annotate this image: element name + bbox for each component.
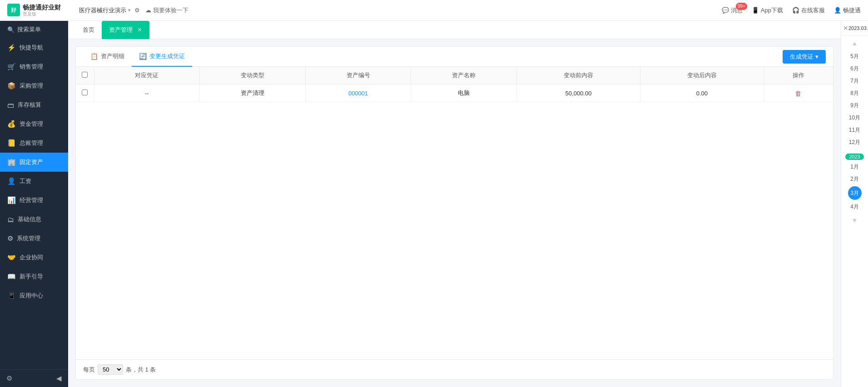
tab-asset-detail[interactable]: 📋 资产明细 <box>83 47 132 67</box>
enterprise-icon: 🤝 <box>7 253 16 262</box>
close-tab-icon[interactable]: ✕ <box>137 26 142 33</box>
message-badge: 99+ <box>736 3 747 10</box>
month-2023-1[interactable]: 1月 <box>841 161 868 173</box>
month-8[interactable]: 8月 <box>841 87 868 99</box>
month-2023-2[interactable]: 2月 <box>841 173 868 185</box>
asset-detail-icon: 📋 <box>90 46 98 66</box>
month-6[interactable]: 6月 <box>841 63 868 75</box>
cell-action: 🗑 <box>764 84 833 102</box>
sidebar-item-sales[interactable]: 🛒 销售管理 <box>0 57 68 76</box>
sidebar-item-enterprise[interactable]: 🤝 企业协同 <box>0 248 68 267</box>
main-layout: 🔍 搜索菜单 ⚡ 快捷导航 🛒 销售管理 📦 采购管理 🗃 库存核算 💰 资金管… <box>0 21 868 387</box>
date-scroll-area[interactable]: ▲ 5月 6月 7月 8月 9月 10月 11月 12月 2023 1月 2月 … <box>841 36 868 387</box>
year-2023-badge[interactable]: 2023 <box>845 154 863 160</box>
year-section-prev: 5月 6月 7月 8月 9月 10月 11月 12月 <box>841 49 868 150</box>
basic-info-icon: 🗂 <box>7 216 14 223</box>
sidebar-collapse-icon[interactable]: ◀ <box>56 374 62 382</box>
row-checkbox-cell <box>76 84 94 102</box>
fixed-assets-icon: 🏢 <box>7 158 16 166</box>
cell-asset-code[interactable]: 000001 <box>305 84 411 102</box>
inventory-icon: 🗃 <box>7 101 14 109</box>
tab-bar: 首页 资产管理 ✕ <box>68 21 841 39</box>
sidebar-item-purchase[interactable]: 📦 采购管理 <box>0 76 68 95</box>
system-label: 系统管理 <box>17 234 40 243</box>
message-icon: 💬 <box>722 7 729 14</box>
col-change-type: 变动类型 <box>200 67 306 84</box>
right-actions: 💬 消息 99+ 📱 App下载 🎧 在线客服 👤 畅捷通 <box>722 6 861 15</box>
quick-nav-label: 快捷导航 <box>20 44 43 52</box>
month-9[interactable]: 9月 <box>841 99 868 112</box>
top-header: 好 畅捷通好业财 普及版 医疗器械行业演示 ▾ ⚙ ☁ 我要体验一下 💬 消息 … <box>0 0 868 21</box>
sidebar-item-basic-info[interactable]: 🗂 基础信息 <box>0 210 68 229</box>
app-edition: 普及版 <box>23 11 61 17</box>
finance-label: 资金管理 <box>20 120 43 128</box>
month-2023-3-wrapper: 3月 <box>841 186 868 200</box>
cell-before: 50,000.00 <box>517 84 640 102</box>
sidebar-item-apps[interactable]: 📱 应用中心 <box>0 286 68 305</box>
user-icon: 👤 <box>834 7 841 14</box>
col-action: 操作 <box>764 67 833 84</box>
tab-home[interactable]: 首页 <box>75 21 102 39</box>
logo-icon: 好 <box>7 4 20 16</box>
sidebar-item-finance[interactable]: 💰 资金管理 <box>0 114 68 134</box>
ledger-label: 总账管理 <box>20 139 43 147</box>
generate-voucher-button[interactable]: 生成凭证 ▾ <box>783 50 826 64</box>
sidebar-item-inventory[interactable]: 🗃 库存核算 <box>0 95 68 114</box>
operations-icon: 📊 <box>7 196 16 204</box>
right-panel-close-icon[interactable]: ✕ <box>843 25 848 32</box>
month-5[interactable]: 5月 <box>841 50 868 63</box>
sidebar-item-quick-nav[interactable]: ⚡ 快捷导航 <box>0 38 68 57</box>
quick-nav-icon: ⚡ <box>7 44 16 52</box>
row-checkbox[interactable] <box>82 89 88 95</box>
col-after: 变动后内容 <box>640 67 764 84</box>
col-voucher: 对应凭证 <box>94 67 200 84</box>
search-icon: 🔍 <box>7 26 15 33</box>
user-action[interactable]: 👤 畅捷通 <box>834 6 861 15</box>
year-section-2023: 2023 1月 2月 3月 4月 <box>841 150 868 215</box>
sidebar-item-system[interactable]: ⚙ 系统管理 <box>0 229 68 248</box>
tab-change-voucher[interactable]: 🔄 变更生成凭证 <box>132 47 192 67</box>
basic-info-label: 基础信息 <box>18 215 41 223</box>
month-12[interactable]: 12月 <box>841 136 868 149</box>
headset-icon: 🎧 <box>792 7 799 14</box>
cell-asset-name: 电脑 <box>411 84 517 102</box>
header-checkbox-cell <box>76 67 94 84</box>
online-service-action[interactable]: 🎧 在线客服 <box>792 6 825 15</box>
guide-icon: 📖 <box>7 273 16 281</box>
col-asset-name: 资产名称 <box>411 67 517 84</box>
delete-row-icon[interactable]: 🗑 <box>795 89 802 97</box>
experience-label: 我要体验一下 <box>153 6 188 15</box>
sidebar-item-payroll[interactable]: 👤 工资 <box>0 172 68 191</box>
cell-change-type: 资产清理 <box>200 84 306 102</box>
sidebar-settings-icon[interactable]: ⚙ <box>6 374 12 382</box>
tab-asset-detail-label: 资产明细 <box>101 46 124 66</box>
col-asset-code: 资产编号 <box>305 67 411 84</box>
scroll-up-icon[interactable]: ▲ <box>841 38 868 49</box>
right-panel: ✕ 2023.03 ⤢ ▲ 5月 6月 7月 8月 9月 10月 11月 12月… <box>841 21 868 387</box>
tab-home-label: 首页 <box>83 26 94 33</box>
app-download-action[interactable]: 📱 App下载 <box>752 6 783 15</box>
message-action[interactable]: 💬 消息 99+ <box>722 6 743 15</box>
sidebar-item-fixed-assets[interactable]: 🏢 固定资产 <box>0 153 68 172</box>
sidebar-item-operations[interactable]: 📊 经营管理 <box>0 191 68 210</box>
sidebar-footer: ⚙ ◀ <box>0 369 68 387</box>
select-all-checkbox[interactable] <box>82 72 88 78</box>
month-7[interactable]: 7月 <box>841 75 868 87</box>
app-name: 畅捷通好业财 <box>23 4 61 11</box>
sidebar-item-guide[interactable]: 📖 新手引导 <box>0 267 68 286</box>
sidebar: 🔍 搜索菜单 ⚡ 快捷导航 🛒 销售管理 📦 采购管理 🗃 库存核算 💰 资金管… <box>0 21 68 387</box>
table-footer: 每页 50 10 20 100 条，共 1 条 <box>76 359 833 379</box>
sidebar-item-ledger[interactable]: 📒 总账管理 <box>0 134 68 153</box>
month-10[interactable]: 10月 <box>841 112 868 124</box>
company-selector[interactable]: 医疗器械行业演示 ▾ <box>79 6 131 15</box>
month-2023-3-active[interactable]: 3月 <box>848 186 862 200</box>
scroll-down-icon[interactable]: ▼ <box>841 215 868 226</box>
month-2023-4[interactable]: 4月 <box>841 201 868 213</box>
tab-asset-management[interactable]: 资产管理 ✕ <box>102 21 149 39</box>
sidebar-search[interactable]: 🔍 搜索菜单 <box>0 21 68 38</box>
header-settings-icon[interactable]: ⚙ <box>134 7 140 14</box>
experience-button[interactable]: ☁ 我要体验一下 <box>145 6 188 15</box>
month-11[interactable]: 11月 <box>841 124 868 136</box>
page-size-select[interactable]: 50 10 20 100 <box>98 364 123 375</box>
payroll-label: 工资 <box>20 177 31 185</box>
